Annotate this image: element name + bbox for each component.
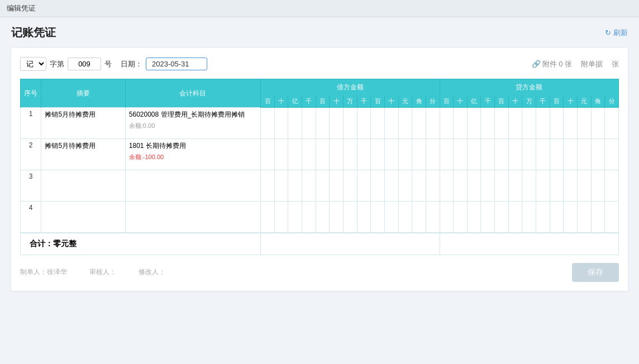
row-credit-2-0[interactable] xyxy=(440,170,454,202)
row-credit-0-12[interactable] xyxy=(605,108,619,139)
row-debit-0-0[interactable] xyxy=(261,108,275,139)
row-debit-0-7[interactable] xyxy=(357,108,371,139)
row-credit-1-5[interactable] xyxy=(508,139,522,170)
row-credit-0-0[interactable] xyxy=(440,108,454,139)
number-input[interactable] xyxy=(68,58,101,70)
row-debit-0-12[interactable] xyxy=(426,108,440,139)
row-debit-3-4[interactable] xyxy=(316,202,330,233)
row-debit-1-12[interactable] xyxy=(426,139,440,170)
row-credit-3-2[interactable] xyxy=(467,202,481,233)
row-summary-1[interactable]: 摊销5月待摊费用 xyxy=(41,139,125,170)
row-credit-1-0[interactable] xyxy=(440,139,454,170)
row-credit-2-1[interactable] xyxy=(454,170,468,202)
row-debit-1-2[interactable] xyxy=(288,139,302,170)
row-credit-1-12[interactable] xyxy=(605,139,619,170)
row-credit-3-12[interactable] xyxy=(605,202,619,233)
row-debit-3-8[interactable] xyxy=(371,202,385,233)
row-debit-0-3[interactable] xyxy=(302,108,316,139)
row-debit-1-0[interactable] xyxy=(261,139,275,170)
row-debit-2-3[interactable] xyxy=(302,170,316,202)
row-debit-2-1[interactable] xyxy=(274,170,288,202)
refresh-button[interactable]: ↻ 刷新 xyxy=(605,28,628,38)
row-credit-0-2[interactable] xyxy=(467,108,481,139)
row-debit-0-5[interactable] xyxy=(330,108,344,139)
row-credit-3-8[interactable] xyxy=(550,202,564,233)
row-credit-0-1[interactable] xyxy=(454,108,468,139)
row-credit-3-9[interactable] xyxy=(564,202,578,233)
row-debit-2-10[interactable] xyxy=(398,170,412,202)
row-debit-3-6[interactable] xyxy=(344,202,357,233)
row-account-0[interactable]: 56020008 管理费用_长期待摊费用摊销余额:0.00 xyxy=(125,108,260,139)
row-debit-3-3[interactable] xyxy=(302,202,316,233)
row-credit-0-6[interactable] xyxy=(522,108,536,139)
attachment-link[interactable]: 🔗 附件 0 张 xyxy=(532,59,572,69)
row-debit-0-6[interactable] xyxy=(344,108,357,139)
row-credit-1-10[interactable] xyxy=(577,139,591,170)
row-credit-1-7[interactable] xyxy=(536,139,550,170)
row-account-3[interactable] xyxy=(125,202,260,233)
row-debit-1-8[interactable] xyxy=(371,139,385,170)
row-credit-0-8[interactable] xyxy=(550,108,564,139)
row-credit-2-7[interactable] xyxy=(536,170,550,202)
row-credit-1-6[interactable] xyxy=(522,139,536,170)
row-debit-2-9[interactable] xyxy=(384,170,398,202)
date-input[interactable] xyxy=(146,58,207,70)
row-debit-1-4[interactable] xyxy=(316,139,330,170)
row-debit-0-9[interactable] xyxy=(384,108,398,139)
row-credit-2-11[interactable] xyxy=(591,170,605,202)
row-debit-2-0[interactable] xyxy=(261,170,275,202)
row-credit-0-9[interactable] xyxy=(564,108,578,139)
row-summary-3[interactable] xyxy=(41,202,125,233)
row-credit-1-2[interactable] xyxy=(467,139,481,170)
row-debit-1-7[interactable] xyxy=(357,139,371,170)
row-credit-2-12[interactable] xyxy=(605,170,619,202)
row-credit-1-4[interactable] xyxy=(495,139,509,170)
row-debit-1-9[interactable] xyxy=(384,139,398,170)
row-debit-0-10[interactable] xyxy=(398,108,412,139)
row-debit-3-0[interactable] xyxy=(261,202,275,233)
row-debit-0-11[interactable] xyxy=(412,108,426,139)
row-credit-0-7[interactable] xyxy=(536,108,550,139)
row-debit-3-10[interactable] xyxy=(398,202,412,233)
row-credit-2-5[interactable] xyxy=(508,170,522,202)
row-debit-3-9[interactable] xyxy=(384,202,398,233)
save-button[interactable]: 保存 xyxy=(572,263,619,282)
row-credit-0-3[interactable] xyxy=(481,108,495,139)
row-debit-2-7[interactable] xyxy=(357,170,371,202)
row-credit-2-3[interactable] xyxy=(481,170,495,202)
row-debit-3-7[interactable] xyxy=(357,202,371,233)
row-debit-2-12[interactable] xyxy=(426,170,440,202)
row-credit-3-10[interactable] xyxy=(577,202,591,233)
row-credit-2-2[interactable] xyxy=(467,170,481,202)
row-credit-3-0[interactable] xyxy=(440,202,454,233)
row-credit-2-8[interactable] xyxy=(550,170,564,202)
row-debit-2-6[interactable] xyxy=(344,170,357,202)
row-debit-2-11[interactable] xyxy=(412,170,426,202)
single-voucher-label[interactable]: 附单据 xyxy=(581,59,603,69)
row-summary-2[interactable] xyxy=(41,170,125,202)
row-credit-0-4[interactable] xyxy=(495,108,509,139)
row-debit-0-2[interactable] xyxy=(288,108,302,139)
row-debit-3-1[interactable] xyxy=(274,202,288,233)
row-credit-2-9[interactable] xyxy=(564,170,578,202)
row-credit-2-6[interactable] xyxy=(522,170,536,202)
row-debit-0-8[interactable] xyxy=(371,108,385,139)
row-debit-1-1[interactable] xyxy=(274,139,288,170)
row-credit-0-5[interactable] xyxy=(508,108,522,139)
row-credit-3-6[interactable] xyxy=(522,202,536,233)
row-debit-0-1[interactable] xyxy=(274,108,288,139)
row-credit-0-11[interactable] xyxy=(591,108,605,139)
row-credit-3-4[interactable] xyxy=(495,202,509,233)
row-credit-1-8[interactable] xyxy=(550,139,564,170)
row-credit-1-1[interactable] xyxy=(454,139,468,170)
row-debit-3-5[interactable] xyxy=(330,202,344,233)
row-debit-3-2[interactable] xyxy=(288,202,302,233)
row-credit-3-1[interactable] xyxy=(454,202,468,233)
row-debit-1-5[interactable] xyxy=(330,139,344,170)
row-credit-3-11[interactable] xyxy=(591,202,605,233)
type-select[interactable]: 记 xyxy=(20,57,46,71)
row-credit-2-4[interactable] xyxy=(495,170,509,202)
row-debit-2-5[interactable] xyxy=(330,170,344,202)
row-account-1[interactable]: 1801 长期待摊费用余额:-100.00 xyxy=(125,139,260,170)
row-debit-2-8[interactable] xyxy=(371,170,385,202)
